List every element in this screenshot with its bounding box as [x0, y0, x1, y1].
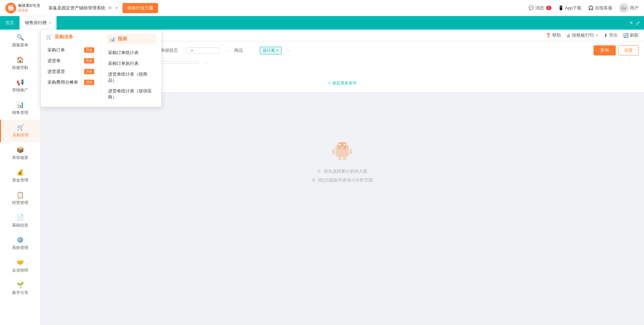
message-button[interactable]: 💬 消息 6	[529, 5, 551, 11]
sidebar-item-operation[interactable]: 📋 经营管理	[0, 187, 40, 210]
svg-rect-5	[332, 149, 335, 154]
logo-text: 畅捷通好生意 标准版	[18, 3, 40, 13]
megaphone-icon: 📢	[16, 79, 24, 86]
refresh-button[interactable]: 🔄 刷新	[623, 32, 639, 38]
print-icon: 🖨	[566, 33, 571, 38]
salesman-more[interactable]: ···	[204, 60, 208, 65]
online-service-button[interactable]: 🎧 在线客服	[588, 5, 612, 11]
trial-button[interactable]: 体验行业方案	[122, 3, 158, 13]
dropdown-item-expense[interactable]: 采购费用分摊单 历史	[46, 77, 96, 88]
voucher-status-label: 单据状态	[160, 47, 181, 53]
empty-state: ① 请先选择要分析的方案 ② 用[过滤]条件来缩小分析范围	[40, 92, 644, 227]
product-more[interactable]: ···	[287, 48, 291, 53]
purchase-dropdown-menu: 🛒 采购业务 采购订单 历史 进货单 历史 进货退货 历史 采购费用分摊单 历史…	[40, 30, 162, 107]
empty-hint-1: ① 请先选择要分析的方案	[317, 168, 367, 174]
gear-sidebar-icon: ⚙️	[16, 236, 24, 244]
money-icon: 💰	[16, 169, 24, 176]
message-icon: 💬	[529, 5, 534, 10]
history-badge-1: 历史	[84, 58, 94, 64]
history-badge-2: 历史	[84, 69, 94, 74]
tab-close-all-icon[interactable]: ×	[630, 20, 633, 26]
user-menu[interactable]: Ea 用户	[619, 3, 639, 13]
sidebar: 🔍 搜索菜单 🏠 快捷导航 📢 营销推广 📊 销售管理 🛒 采购管理 📦 库存核…	[0, 30, 40, 325]
voucher-status-arrow: ▼	[190, 49, 194, 52]
home-icon: 🏠	[16, 56, 24, 64]
history-badge-3: 历史	[84, 80, 94, 85]
dropdown-item-purchase-order-exec[interactable]: 采购订单执行表	[107, 58, 156, 69]
dropdown-item-inbound[interactable]: 进货单 历史	[46, 55, 96, 66]
app-download-button[interactable]: 📱 App下载	[558, 5, 581, 11]
sidebar-item-basic-info[interactable]: 📄 基础信息	[0, 210, 40, 232]
product-tag-close[interactable]: ×	[276, 48, 279, 53]
export-button[interactable]: ⬆ 导出	[604, 32, 618, 38]
handshake-icon: 🤝	[16, 259, 24, 266]
help-icon: ❓	[545, 33, 551, 38]
svg-rect-6	[350, 149, 352, 154]
svg-point-2	[339, 144, 341, 146]
empty-illustration	[329, 135, 356, 162]
message-badge: 6	[546, 6, 551, 10]
print-button[interactable]: 🖨 按模板打印 ▼	[566, 32, 599, 38]
product-tag: 设计素 ×	[260, 47, 282, 54]
top-bar: 畅 畅捷通好生意 标准版 装备及固定资产辅助管理系统 ⚙ ▼ 体验行业方案 💬 …	[0, 0, 644, 16]
sidebar-item-purchase[interactable]: 🛒 采购管理	[0, 120, 40, 142]
product-label: 商品	[234, 47, 254, 53]
seedling-icon: 🌱	[16, 281, 24, 289]
filter-actions: 查询 设置	[594, 45, 639, 55]
history-badge-0: 历史	[84, 47, 94, 53]
voucher-status-more[interactable]: ···	[225, 48, 229, 53]
sidebar-item-enterprise[interactable]: 🤝 企业协同	[0, 255, 40, 277]
dropdown-item-inbound-stat-product[interactable]: 进货单统计表（按商品）	[107, 69, 156, 86]
avatar: Ea	[619, 3, 629, 13]
voucher-status-select[interactable]: ▼	[186, 47, 220, 54]
dropdown-report-header: 📊 报表	[107, 34, 156, 44]
dropdown-item-inbound-return[interactable]: 进货退货 历史	[46, 66, 96, 77]
settings-icon[interactable]: ⚙	[108, 5, 112, 10]
dropdown-item-inbound-stat-supplier[interactable]: 进货单统计表（按供应商）	[107, 86, 156, 103]
search-icon: 🔍	[16, 34, 24, 41]
headset-icon: 🎧	[588, 5, 594, 10]
svg-rect-7	[338, 156, 342, 160]
sidebar-item-finance[interactable]: 💰 资金管理	[0, 165, 40, 187]
sidebar-item-system[interactable]: ⚙️ 系统管理	[0, 232, 40, 255]
report-header-icon: 📊	[109, 36, 115, 42]
sidebar-item-quick-nav[interactable]: 🏠 快捷导航	[0, 52, 40, 75]
sidebar-item-sales[interactable]: 📊 销售管理	[0, 97, 40, 120]
query-button[interactable]: 查询	[594, 45, 616, 55]
help-button[interactable]: ❓ 帮助	[545, 32, 561, 38]
system-title-area: 装备及固定资产辅助管理系统 ⚙ ▼	[48, 5, 118, 11]
set-button[interactable]: 设置	[618, 45, 639, 55]
logo-area: 畅 畅捷通好生意 标准版	[5, 3, 46, 13]
dropdown-report-col: 📊 报表 采购订单统计表 采购订单执行表 进货单统计表（按商品） 进货单统计表（…	[101, 34, 162, 103]
phone-icon: 📱	[558, 5, 564, 10]
dropdown-purchase-header: 🛒 采购业务	[46, 34, 96, 41]
dropdown-item-purchase-order[interactable]: 采购订单 历史	[46, 45, 96, 55]
tab-bar: 首页 销售排行榜 × × ⤢	[0, 16, 644, 30]
clipboard-icon: 📋	[16, 191, 24, 199]
top-right-actions: 💬 消息 6 📱 App下载 🎧 在线客服 Ea 用户	[529, 3, 639, 13]
dropdown-arrow-icon[interactable]: ▼	[115, 6, 118, 10]
document-icon: 📄	[16, 214, 24, 221]
sidebar-item-search[interactable]: 🔍 搜索菜单	[0, 30, 40, 52]
dropdown-item-purchase-order-stat[interactable]: 采购订单统计表	[107, 47, 156, 58]
refresh-icon: 🔄	[623, 33, 629, 38]
chart-icon: 📊	[16, 101, 24, 109]
cart-icon: 🛒	[17, 124, 24, 131]
tab-close-icon[interactable]: ×	[49, 21, 51, 25]
purchase-header-icon: 🛒	[46, 34, 52, 40]
tab-home[interactable]: 首页	[0, 16, 20, 30]
dropdown-purchase-col: 🛒 采购业务 采购订单 历史 进货单 历史 进货退货 历史 采购费用分摊单 历史	[41, 34, 101, 103]
box-icon: 📦	[16, 146, 24, 154]
tab-bar-controls: × ⤢	[630, 20, 644, 26]
tab-sales-ranking[interactable]: 销售排行榜 ×	[20, 16, 57, 30]
svg-rect-8	[343, 156, 346, 160]
collapse-icon: ∧	[328, 81, 331, 85]
empty-hint-2: ② 用[过滤]条件来缩小分析范围	[312, 177, 373, 183]
export-icon: ⬆	[604, 33, 608, 38]
sidebar-item-inventory[interactable]: 📦 库存核算	[0, 142, 40, 165]
sidebar-item-marketing[interactable]: 📢 营销推广	[0, 75, 40, 97]
svg-rect-4	[341, 147, 344, 148]
print-dropdown-icon[interactable]: ▼	[595, 34, 599, 37]
sidebar-item-newbie[interactable]: 🌱 新手引导	[0, 277, 40, 300]
tab-expand-icon[interactable]: ⤢	[636, 20, 640, 26]
